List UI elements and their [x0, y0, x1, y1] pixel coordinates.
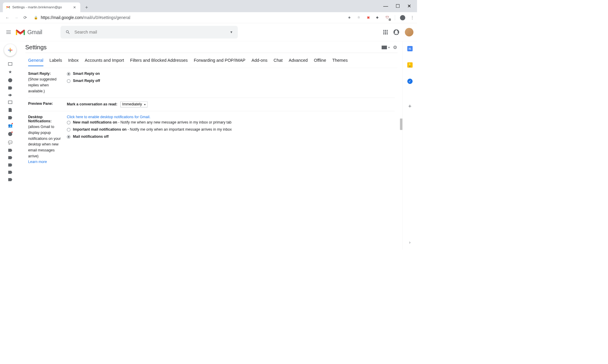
scrollbar-thumb[interactable] — [400, 118, 402, 130]
info-nav-icon[interactable] — [8, 132, 12, 136]
search-input[interactable] — [75, 30, 230, 34]
gmail-logo-icon — [15, 28, 26, 36]
tab-inbox[interactable]: Inbox — [68, 57, 79, 66]
browser-tab[interactable]: Settings - martin.brinkmann@go ✕ — [3, 2, 80, 12]
lock-icon: 🔒 — [34, 16, 38, 20]
chrome-profile-icon[interactable] — [400, 15, 405, 20]
label-nav-icon-2[interactable] — [8, 149, 12, 152]
tab-accounts[interactable]: Accounts and Import — [85, 57, 124, 66]
label-nav-icon-4[interactable] — [8, 163, 12, 167]
settings-gear-icon[interactable]: ⚙ — [393, 45, 397, 50]
plus-icon — [7, 47, 13, 53]
forward-button[interactable]: → — [13, 14, 20, 21]
browser-tab-strip: Settings - martin.brinkmann@go ✕ + — ☐ ✕ — [0, 0, 417, 12]
label-nav-icon-5[interactable] — [8, 171, 12, 174]
label-nav-icon-3[interactable] — [8, 156, 12, 159]
new-tab-button[interactable]: + — [80, 4, 93, 10]
gmail-brand-text: Gmail — [27, 29, 42, 36]
input-tools-button[interactable]: ▼ — [382, 45, 390, 49]
close-window-button[interactable]: ✕ — [407, 3, 411, 9]
tasks-icon[interactable]: ✓ — [407, 79, 413, 84]
url-field[interactable]: 🔒 https://mail.google.com/mail/u/0/#sett… — [34, 15, 344, 20]
mark-read-select[interactable]: Immediately — [120, 102, 147, 107]
ext-icon-2[interactable]: ▣ — [367, 15, 371, 20]
close-tab-icon[interactable]: ✕ — [72, 4, 77, 10]
important-nav-icon[interactable] — [8, 86, 12, 90]
search-box[interactable]: ▼ — [61, 26, 238, 39]
radio-icon — [67, 72, 70, 76]
preview-pane-section: Preview Pane: Mark a conversation as rea… — [28, 98, 395, 111]
preview-pane-label: Preview Pane: — [28, 102, 65, 106]
gmail-favicon-icon — [6, 5, 10, 10]
starred-nav-icon[interactable]: ★ — [8, 70, 12, 74]
ublock-icon[interactable]: 🛡8 — [386, 15, 390, 20]
settings-body: Smart Reply: (Show suggested replies whe… — [25, 68, 397, 168]
notifications-icon[interactable] — [394, 29, 399, 35]
svg-rect-3 — [10, 50, 12, 50]
reload-button[interactable]: ⟳ — [22, 14, 29, 21]
bookmark-star-icon[interactable]: ☆ — [357, 15, 362, 20]
smart-reply-off-option[interactable]: Smart Reply off — [67, 79, 395, 83]
hide-sidepanel-button[interactable]: › — [409, 240, 411, 245]
calendar-icon[interactable]: 31 — [407, 46, 413, 51]
tab-general[interactable]: General — [28, 57, 43, 66]
label-nav-icon-1[interactable] — [8, 116, 12, 119]
desktop-notif-label: Desktop Notifications: — [28, 115, 65, 124]
drafts-nav-icon[interactable] — [8, 101, 12, 104]
svg-rect-4 — [10, 50, 10, 52]
new-mail-notif-option[interactable]: New mail notifications on - Notify me wh… — [67, 121, 395, 125]
people-nav-icon[interactable]: 👥 — [8, 124, 12, 128]
settings-header: Settings ▼ ⚙ — [25, 44, 397, 53]
main-layout: ★ 👥 💬 Settings ▼ ⚙ General Labels Inbox … — [0, 41, 417, 250]
compose-button[interactable] — [4, 44, 16, 56]
desktop-notif-sublabel: (allows Gmail to display popup notificat… — [28, 124, 65, 159]
smart-reply-label: Smart Reply: — [28, 72, 65, 76]
important-mail-notif-option[interactable]: Important mail notifications on - Notify… — [67, 128, 395, 132]
tab-advanced[interactable]: Advanced — [289, 57, 308, 66]
keep-icon[interactable]: 💡 — [407, 62, 413, 68]
keyboard-icon — [382, 45, 387, 49]
tab-labels[interactable]: Labels — [50, 57, 62, 66]
settings-content: Settings ▼ ⚙ General Labels Inbox Accoun… — [20, 41, 402, 250]
settings-tabs: General Labels Inbox Accounts and Import… — [25, 53, 397, 68]
radio-icon — [67, 128, 70, 132]
tab-themes[interactable]: Themes — [332, 57, 348, 66]
snoozed-nav-icon[interactable] — [8, 78, 12, 82]
mark-read-label: Mark a conversation as read: — [67, 102, 117, 107]
mail-notif-off-option[interactable]: Mail notifications off — [67, 135, 395, 139]
smart-reply-on-option[interactable]: Smart Reply on — [67, 72, 395, 76]
gmail-logo[interactable]: Gmail — [15, 28, 42, 36]
tab-addons[interactable]: Add-ons — [252, 57, 268, 66]
ext-icon-1[interactable]: ◈ — [348, 15, 353, 20]
enable-notif-link[interactable]: Click here to enable desktop notificatio… — [67, 115, 395, 119]
divider — [395, 15, 395, 20]
window-controls: — ☐ ✕ — [383, 0, 417, 12]
maximize-button[interactable]: ☐ — [396, 3, 400, 9]
main-menu-button[interactable] — [4, 27, 13, 37]
ext-icon-3[interactable]: ◆ — [376, 15, 380, 20]
account-avatar[interactable] — [405, 28, 413, 37]
smart-reply-section: Smart Reply: (Show suggested replies whe… — [28, 68, 395, 98]
tab-offline[interactable]: Offline — [314, 57, 326, 66]
sent-nav-icon[interactable] — [8, 94, 12, 97]
tab-forwarding[interactable]: Forwarding and POP/IMAP — [194, 57, 245, 66]
chat-nav-icon[interactable]: 💬 — [8, 140, 12, 145]
add-sidepanel-button[interactable]: + — [408, 103, 411, 110]
tab-filters[interactable]: Filters and Blocked Addresses — [130, 57, 188, 66]
minimize-button[interactable]: — — [383, 3, 388, 9]
svg-rect-2 — [8, 50, 10, 50]
desktop-notif-section: Desktop Notifications: (allows Gmail to … — [28, 111, 395, 168]
chrome-menu-button[interactable]: ⋮ — [410, 15, 414, 20]
learn-more-link[interactable]: Learn more — [28, 160, 65, 164]
browser-tab-title: Settings - martin.brinkmann@go — [12, 5, 72, 10]
tab-chat[interactable]: Chat — [274, 57, 282, 66]
page-title: Settings — [25, 44, 47, 51]
google-apps-button[interactable] — [383, 30, 388, 34]
label-nav-icon-6[interactable] — [8, 178, 12, 181]
inbox-nav-icon[interactable] — [8, 62, 12, 66]
address-bar: ← → ⟳ 🔒 https://mail.google.com/mail/u/0… — [0, 12, 417, 23]
doc-nav-icon[interactable] — [9, 108, 12, 112]
search-options-dropdown[interactable]: ▼ — [230, 30, 233, 34]
search-icon[interactable] — [65, 30, 70, 34]
back-button[interactable]: ← — [4, 14, 11, 21]
